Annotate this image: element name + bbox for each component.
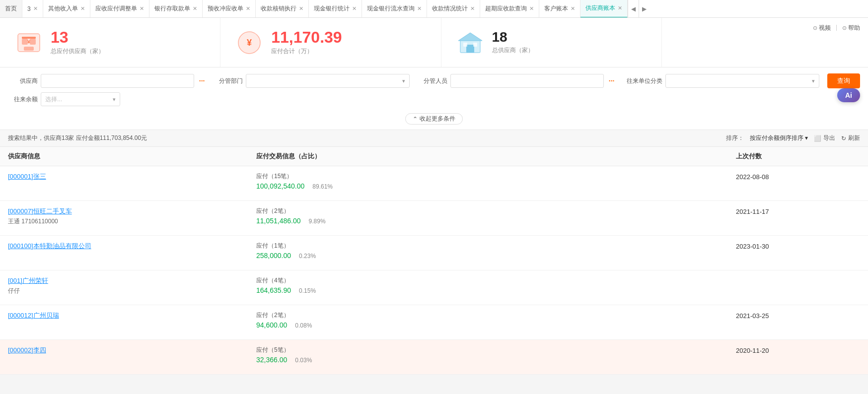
category-filter-label: 往来单位分类: [623, 77, 662, 85]
last-date-cell: [736, 276, 860, 277]
close-icon[interactable]: ✕: [529, 5, 534, 12]
tab-collect-stats[interactable]: 收款情况统计 ✕: [427, 0, 480, 18]
close-icon[interactable]: ✕: [571, 5, 575, 12]
last-date-cell: 2021-11-17: [736, 207, 860, 215]
close-icon[interactable]: ✕: [417, 5, 422, 12]
tx-amount[interactable]: 32,366.00: [256, 356, 287, 364]
balance-placeholder: 选择...: [45, 95, 62, 104]
svg-marker-9: [458, 33, 482, 41]
filter-dept: 分管部门 ▾: [213, 74, 410, 88]
category-select[interactable]: ▾: [665, 74, 820, 88]
close-icon[interactable]: ✕: [193, 5, 197, 12]
chevron-down-icon: ▾: [113, 96, 116, 103]
supplier-link[interactable]: [000100]本特勤油品有限公司: [8, 242, 91, 250]
tab-supplier-account[interactable]: 供应商账本 ✕: [580, 0, 628, 18]
sort-select[interactable]: 按应付余额倒序排序 ▾: [750, 134, 808, 142]
tab-cash-bank-flow[interactable]: 现金银行流水查询 ✕: [362, 0, 427, 18]
close-icon[interactable]: ✕: [299, 5, 303, 12]
stat-block-1: ¥ 13 总应付供应商（家）: [0, 18, 220, 67]
close-icon[interactable]: ✕: [618, 5, 622, 11]
dept-select[interactable]: ▾: [246, 74, 410, 88]
chevron-down-icon: ▾: [402, 78, 405, 84]
close-icon[interactable]: ✕: [246, 5, 250, 12]
header-tx: 应付交易信息（占比）: [256, 152, 736, 161]
supplier-link[interactable]: [001]广州荣轩: [8, 277, 48, 284]
tab-other-income[interactable]: 其他收入单 ✕: [43, 0, 90, 18]
tx-cell: 应付（4笔） 164,635.90 0.15%: [256, 276, 736, 294]
close-icon[interactable]: ✕: [470, 5, 475, 12]
result-text: 搜索结果中，供应商13家 应付金额111,703,854.00元: [8, 134, 147, 142]
person-dots-icon[interactable]: ···: [609, 77, 615, 85]
filter-row-2: 往来余额 选择... ▾: [8, 92, 860, 106]
tab-customer-account[interactable]: 客户账本 ✕: [539, 0, 580, 18]
search-button[interactable]: 查询: [827, 73, 860, 88]
nav-next-arrow[interactable]: ▶: [639, 0, 650, 18]
supplier-link[interactable]: [000002]李四: [8, 346, 46, 354]
shop-icon: [456, 29, 484, 57]
supplier-input[interactable]: [41, 74, 194, 88]
result-bar: 搜索结果中，供应商13家 应付金额111,703,854.00元 排序： 按应付…: [0, 130, 868, 147]
tx-label: 应付（4笔）: [256, 276, 736, 285]
svg-text:¥: ¥: [247, 38, 252, 48]
supplier-link[interactable]: [000001]张三: [8, 173, 46, 180]
tx-percent: 9.89%: [309, 218, 326, 225]
balance-select[interactable]: 选择... ▾: [41, 92, 120, 106]
tab-overdue-collect[interactable]: 超期应收款查询 ✕: [480, 0, 539, 18]
ai-button[interactable]: Ai: [837, 88, 860, 102]
ap-icon: ¥: [235, 29, 263, 57]
supplier-link[interactable]: [000007]恒旺二手叉车: [8, 207, 72, 215]
table-row: [000012]广州贝瑞 应付（2笔） 94,600.00 0.08% 2021…: [0, 305, 868, 340]
svg-rect-11: [463, 43, 467, 47]
table-row: [000001]张三 应付（15笔） 100,092,540.00 89.61%…: [0, 166, 868, 201]
close-icon[interactable]: ✕: [140, 5, 144, 12]
tx-amount[interactable]: 164,635.90: [256, 286, 291, 294]
tx-cell: 应付（5笔） 32,366.00 0.03%: [256, 346, 736, 364]
tx-amount[interactable]: 258,000.00: [256, 252, 291, 260]
tx-percent: 0.03%: [295, 357, 312, 364]
supplier-dots-icon[interactable]: ···: [199, 77, 205, 85]
collapse-bar: ⌃ 收起更多条件: [8, 110, 860, 126]
tx-label: 应付（1笔）: [256, 242, 736, 250]
tx-cell: 应付（15笔） 100,092,540.00 89.61%: [256, 172, 736, 190]
close-icon[interactable]: ✕: [33, 5, 38, 12]
person-input[interactable]: [450, 74, 604, 88]
tx-amount-row: 11,051,486.00 9.89%: [256, 217, 736, 225]
tx-amount[interactable]: 94,600.00: [256, 321, 287, 329]
tab-collect-verify[interactable]: 收款核销执行 ✕: [256, 0, 309, 18]
tab-bank-deposit[interactable]: 银行存取款单 ✕: [149, 0, 203, 18]
tx-cell: 应付（1笔） 258,000.00 0.23%: [256, 242, 736, 260]
dept-filter-label: 分管部门: [213, 77, 243, 85]
nav-prev-arrow[interactable]: ◀: [628, 0, 639, 18]
stat-label-1: 总应付供应商（家）: [51, 47, 104, 56]
svg-rect-10: [466, 45, 474, 53]
stat-number-1: 13: [51, 29, 104, 45]
tx-amount[interactable]: 11,051,486.00: [256, 217, 301, 225]
tx-cell: 应付（2笔） 94,600.00 0.08%: [256, 311, 736, 329]
stat-number-3: 18: [492, 30, 534, 44]
supplier-cell: [000100]本特勤油品有限公司: [8, 242, 256, 251]
last-date-cell: 2021-03-25: [736, 311, 860, 320]
supplier-cell: [000012]广州贝瑞: [8, 311, 256, 320]
tab-cash-bank-stats[interactable]: 现金银行统计 ✕: [309, 0, 362, 18]
filter-row-1: 供应商 ··· 分管部门 ▾ 分管人员 ··· 往来单位分类 ▾ 查询: [8, 73, 860, 88]
collapse-button[interactable]: ⌃ 收起更多条件: [405, 113, 463, 125]
tab-advance-collect[interactable]: 预收冲应收单 ✕: [203, 0, 256, 18]
help-link[interactable]: ⊙ 帮助: [842, 24, 860, 32]
tx-amount-row: 164,635.90 0.15%: [256, 286, 736, 294]
tab-ap-adjust[interactable]: 应收应付调整单 ✕: [90, 0, 149, 18]
close-icon[interactable]: ✕: [80, 5, 85, 12]
tx-percent: 0.15%: [299, 287, 316, 294]
video-link[interactable]: ⊙ 视频: [813, 24, 831, 32]
supplier-link[interactable]: [000012]广州贝瑞: [8, 312, 59, 319]
tab-home[interactable]: 首页: [0, 0, 22, 18]
stat-info-2: 11,170.39 应付合计（万）: [271, 29, 342, 56]
refresh-button[interactable]: ↻ 刷新: [841, 134, 860, 142]
tab-t3[interactable]: 3 ✕: [22, 0, 43, 18]
close-icon[interactable]: ✕: [352, 5, 357, 12]
balance-filter-label: 往来余额: [8, 95, 38, 104]
tx-amount[interactable]: 100,092,540.00: [256, 182, 304, 190]
export-button[interactable]: ⬜ 导出: [814, 134, 835, 142]
supplier-filter-label: 供应商: [8, 77, 38, 85]
table-row: [000100]本特勤油品有限公司 应付（1笔） 258,000.00 0.23…: [0, 236, 868, 270]
help-area: ⊙ 视频 | ⊙ 帮助: [662, 18, 868, 67]
